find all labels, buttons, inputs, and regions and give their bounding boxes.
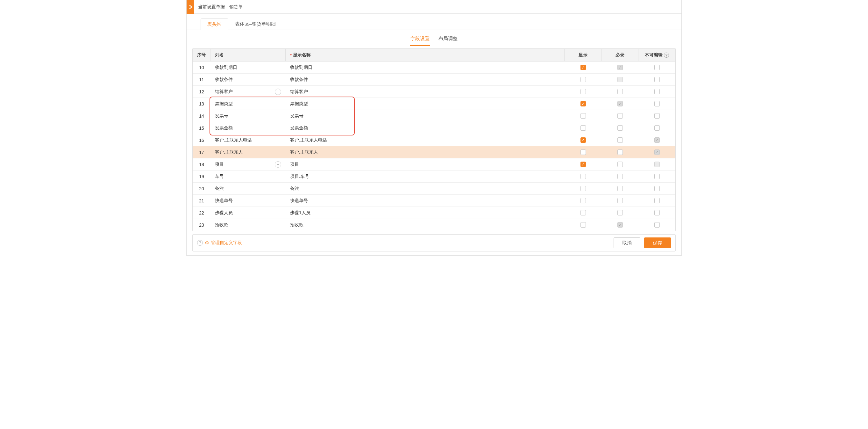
checkbox-required[interactable]	[617, 137, 623, 143]
checkbox-readonly[interactable]	[654, 89, 660, 94]
cell-required	[601, 77, 639, 82]
checkbox-show[interactable]	[581, 198, 586, 203]
table-row[interactable]: 18项目+项目	[193, 159, 675, 171]
checkbox-required[interactable]	[617, 113, 623, 119]
cell-display-name[interactable]: 发票金额	[286, 125, 564, 131]
table-wrap: 序号 列名 * 显示名称 显示 必录 不可编辑 ? 10收款到期日收款到期日11…	[187, 49, 681, 231]
cell-readonly	[639, 77, 675, 82]
checkbox-readonly[interactable]	[654, 222, 660, 228]
checkbox-show[interactable]	[581, 222, 586, 228]
cell-display-name[interactable]: 收款条件	[286, 77, 564, 83]
cell-display-name[interactable]: 预收款	[286, 222, 564, 228]
cell-readonly	[639, 101, 675, 107]
checkbox-required[interactable]	[617, 162, 623, 167]
field-name-text: 发票号	[215, 113, 228, 119]
cell-display-name[interactable]: 快递单号	[286, 198, 564, 204]
checkbox-required[interactable]	[617, 198, 623, 203]
checkbox-show[interactable]	[581, 77, 586, 82]
cell-display-name[interactable]: 项目	[286, 162, 564, 167]
table-row[interactable]: 12结算客户+结算客户	[193, 86, 675, 98]
table-row[interactable]: 16客户.主联系人电话客户.主联系人电话	[193, 134, 675, 146]
checkbox-readonly[interactable]	[654, 77, 660, 82]
table-row[interactable]: 14发票号发票号	[193, 110, 675, 122]
checkbox-required[interactable]	[617, 210, 623, 216]
checkbox-readonly[interactable]	[654, 65, 660, 70]
checkbox-show[interactable]	[581, 186, 586, 191]
tab-layout-adjust[interactable]: 布局调整	[438, 34, 458, 46]
checkbox-readonly[interactable]	[654, 101, 660, 107]
table-row[interactable]: 13票据类型票据类型	[193, 98, 675, 110]
checkbox-show[interactable]	[581, 125, 586, 131]
save-button[interactable]: 保存	[644, 237, 671, 248]
table-row[interactable]: 10收款到期日收款到期日	[193, 61, 675, 74]
gear-icon: ⚙	[205, 240, 209, 246]
question-icon[interactable]: ?	[197, 240, 203, 246]
cell-display-name[interactable]: 步骤1人员	[286, 210, 564, 216]
cell-display-name[interactable]: 结算客户	[286, 89, 564, 95]
checkbox-required[interactable]	[617, 89, 623, 94]
tab-header-area[interactable]: 表头区	[200, 19, 228, 30]
add-sub-field-icon[interactable]: +	[275, 89, 281, 95]
cell-name: 快递单号	[211, 198, 286, 204]
manage-custom-fields-link[interactable]: 管理自定义字段	[211, 240, 242, 246]
cell-display-name[interactable]: 票据类型	[286, 101, 564, 107]
field-name-text: 预收款	[215, 222, 228, 228]
checkbox-required[interactable]	[617, 186, 623, 191]
tab-body-area[interactable]: 表体区–销货单明细	[228, 18, 282, 30]
checkbox-required[interactable]	[617, 125, 623, 131]
cell-name: 票据类型	[211, 101, 286, 107]
cell-show	[564, 101, 601, 107]
expand-sidebar-icon[interactable]	[187, 0, 194, 14]
cell-display-name[interactable]: 备注	[286, 186, 564, 192]
checkbox-readonly[interactable]	[654, 174, 660, 179]
table-row[interactable]: 22步骤人员步骤1人员	[193, 207, 675, 219]
checkbox-readonly[interactable]	[654, 210, 660, 216]
checkbox-readonly[interactable]	[654, 125, 660, 131]
field-name-text: 收款到期日	[215, 65, 237, 70]
table-row[interactable]: 19车号项目.车号	[193, 171, 675, 182]
cell-readonly	[639, 186, 675, 191]
cell-display-name[interactable]: 客户.主联系人	[286, 149, 564, 155]
checkbox-show[interactable]	[581, 65, 586, 70]
checkbox-readonly[interactable]	[654, 186, 660, 191]
table-row[interactable]: 23预收款预收款	[193, 219, 675, 231]
title-value: 销货单	[229, 4, 243, 9]
checkbox-show[interactable]	[581, 149, 586, 155]
checkbox-required	[617, 77, 623, 82]
cell-name: 步骤人员	[211, 210, 286, 216]
table-row[interactable]: 17客户.主联系人客户.主联系人	[193, 146, 675, 159]
cell-display-name[interactable]: 项目.车号	[286, 174, 564, 179]
checkbox-show[interactable]	[581, 210, 586, 216]
checkbox-show[interactable]	[581, 101, 586, 107]
cell-required	[601, 174, 639, 179]
field-name-text: 项目	[215, 162, 224, 167]
table-row[interactable]: 11收款条件收款条件	[193, 74, 675, 86]
cancel-button[interactable]: 取消	[614, 237, 640, 248]
table-row[interactable]: 20备注备注	[193, 182, 675, 195]
checkbox-show[interactable]	[581, 137, 586, 143]
checkbox-required[interactable]	[617, 174, 623, 179]
checkbox-readonly[interactable]	[654, 198, 660, 203]
checkbox-show[interactable]	[581, 113, 586, 119]
footer-bar: ? ⚙ 管理自定义字段 取消 保存	[192, 234, 676, 252]
checkbox-readonly[interactable]	[654, 113, 660, 119]
field-name-text: 客户.主联系人	[215, 149, 243, 155]
help-icon[interactable]: ?	[664, 53, 669, 58]
tab-field-settings[interactable]: 字段设置	[410, 34, 430, 46]
sub-tab-row: 字段设置 布局调整	[187, 30, 681, 46]
table-row[interactable]: 15发票金额发票金额	[193, 122, 675, 134]
add-sub-field-icon[interactable]: +	[275, 161, 281, 168]
checkbox-show[interactable]	[581, 89, 586, 94]
checkbox-show[interactable]	[581, 174, 586, 179]
cell-required	[601, 198, 639, 203]
cell-display-name[interactable]: 收款到期日	[286, 65, 564, 70]
cell-display-name[interactable]: 客户.主联系人电话	[286, 137, 564, 143]
chevron-right-icon	[188, 5, 193, 9]
cell-show	[564, 149, 601, 155]
col-required: 必录	[601, 49, 639, 61]
cell-name: 结算客户+	[211, 89, 286, 95]
table-row[interactable]: 21快递单号快递单号	[193, 195, 675, 207]
checkbox-show[interactable]	[581, 162, 586, 167]
cell-display-name[interactable]: 发票号	[286, 113, 564, 119]
checkbox-required[interactable]	[617, 149, 623, 155]
